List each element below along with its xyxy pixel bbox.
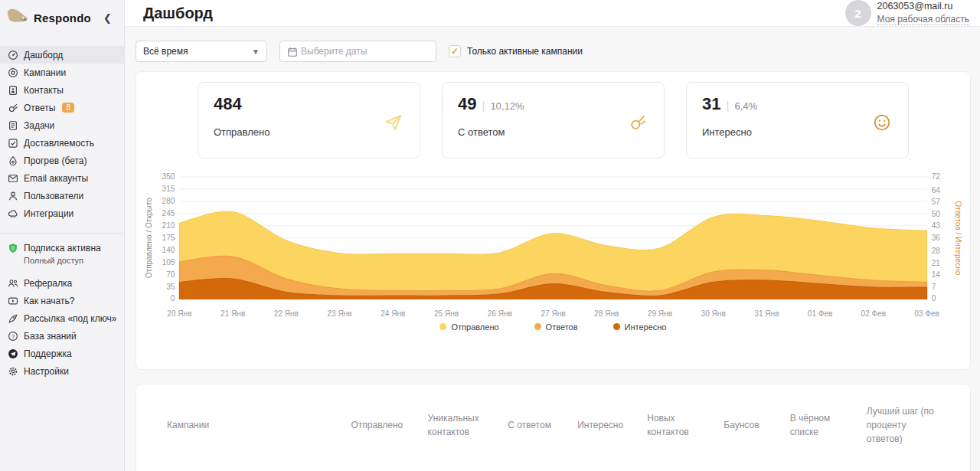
right-axis-tick: 50 [932,210,941,218]
x-axis-tick: 21 Янв [220,309,245,318]
legend-item-replies: Ответов [534,322,578,332]
sidebar-item-video[interactable]: Как начать? [0,292,124,309]
stat-card-value: 484 [214,94,242,114]
comet-icon [629,113,647,132]
stat-card-percent: 10,12% [490,100,524,112]
right-axis-tick: 14 [932,270,941,279]
active-only-label: Только активные кампании [467,46,583,57]
sidebar-item-contact-card[interactable]: Контакты [0,81,124,99]
sidebar-item-label: Задачи [24,120,54,131]
x-axis-tick: 01 Фев [808,309,833,318]
chart-legend: ОтправленоОтветовИнтересно [144,322,962,332]
question-circle-icon: ? [8,331,18,342]
sidebar-item-label: Кампании [24,67,66,78]
sidebar-item-cloud[interactable]: Интеграции [0,204,124,222]
sidebar-item-label: Настройки [24,366,69,377]
time-range-value: Всё время [143,46,188,57]
svg-text:?: ? [11,332,15,339]
check-square-icon [8,138,18,149]
sidebar-item-rocket[interactable]: Рассылка «под ключ» [0,309,124,327]
left-axis-tick: 105 [162,258,175,267]
right-axis-tick: 7 [932,283,936,291]
legend-dot-icon [439,323,446,330]
sidebar-item-label: Прогрев (бета) [24,155,87,166]
sidebar-item-user[interactable]: Пользователи [0,187,124,204]
chart: 3503152802452101751401057035072645750433… [144,169,962,332]
area-chart-svg: 3503152802452101751401057035072645750433… [144,169,962,321]
legend-dot-icon [613,323,620,330]
legend-item-interested: Интересно [613,322,667,332]
sidebar-item-people[interactable]: Рефералка [0,274,124,292]
sidebar-item-label: Контакты [24,85,64,96]
sidebar-menu: ДашбордКампанииКонтактыОтветы8ЗадачиДост… [0,46,124,222]
active-only-checkbox[interactable]: ✓ Только активные кампании [449,45,583,57]
stat-cards-row: 484Отправлено49|10,12%С ответом31|6,4%Ин… [136,82,970,159]
sidebar-collapse-button[interactable]: ❮ [99,11,116,25]
sidebar-item-envelope[interactable]: Email аккаунты [0,169,124,187]
account-block: 2 2063053@mail.ru Моя рабочая область [845,0,969,26]
stat-card-отправлено: 484Отправлено [198,82,420,159]
x-axis-tick: 26 Янв [488,309,512,318]
right-axis-tick: 0 [932,294,936,303]
right-axis-title: Ответов / Интересно [954,201,962,276]
time-range-select[interactable]: Всё время ▼ [136,41,267,62]
sidebar-item-label: Интеграции [24,208,74,219]
right-axis-tick: 21 [932,259,941,267]
table-column-header: Отправлено [351,418,417,432]
legend-dot-icon [534,323,541,330]
calendar-icon [287,47,296,56]
subscription-label: Подписка активна [24,243,101,253]
stat-card-с-ответом: 49|10,12%С ответом [442,82,665,159]
filter-bar: Всё время ▼ Выберите даты ✓ Только актив… [136,41,971,62]
x-axis-tick: 22 Янв [274,309,299,318]
content: Всё время ▼ Выберите даты ✓ Только актив… [125,27,980,471]
sidebar-item-target[interactable]: Кампании [0,64,124,81]
stat-card-label: Интересно [702,126,893,138]
sidebar: Respondo ❮ ДашбордКампанииКонтактыОтветы… [0,0,125,471]
stat-card-value: 31 [702,94,720,114]
drop-icon [8,155,18,166]
sidebar-item-check-square[interactable]: Доставляемость [0,134,124,152]
table-column-header: Уникальных контактов [428,411,498,439]
sidebar-secondary-menu: РефералкаКак начать?Рассылка «под ключ»?… [0,274,124,380]
sidebar-item-drop[interactable]: Прогрев (бета) [0,152,124,169]
legend-item-sent: Отправлено [439,322,498,332]
telegram-icon [8,348,18,359]
subscription-sublabel: Полный доступ [24,256,116,265]
account-email: 2063053@mail.ru [877,1,969,11]
gauge-icon [8,50,18,61]
table-column-header: Лучший шаг (по проценту ответов) [867,404,939,446]
sidebar-item-telegram[interactable]: Поддержка [0,345,124,362]
stat-card-label: Отправлено [214,126,404,138]
x-axis-tick: 28 Янв [594,309,619,318]
people-icon [8,278,18,289]
stat-card-value: 49 [458,94,476,114]
sidebar-item-question-circle[interactable]: ?База знаний [0,327,124,345]
target-icon [8,67,18,78]
right-axis-tick: 28 [932,247,941,255]
table-column-header: Новых контактов [647,411,713,439]
left-axis-tick: 350 [162,172,175,181]
video-icon [8,296,18,306]
right-axis-tick: 43 [932,221,941,230]
sidebar-item-gauge[interactable]: Дашборд [0,46,124,64]
sidebar-item-comet[interactable]: Ответы8 [0,99,124,116]
sidebar-item-gear[interactable]: Настройки [0,362,124,380]
chevron-down-icon: ▼ [252,47,260,56]
table-column-header: С ответом [508,418,567,432]
avatar[interactable]: 2 [845,0,871,26]
date-picker-input[interactable]: Выберите даты [279,41,436,62]
workspace-link[interactable]: Моя рабочая область [877,14,969,25]
cloud-icon [8,208,18,219]
sidebar-item-label: Рефералка [24,278,72,289]
topbar: Дашборд 2 2063053@mail.ru Моя рабочая об… [125,0,980,27]
left-axis-tick: 70 [166,270,175,279]
user-icon [8,191,18,201]
sidebar-item-clipboard[interactable]: Задачи [0,116,124,134]
x-axis-tick: 31 Янв [754,309,779,318]
gear-icon [8,366,18,377]
contact-card-icon [8,85,18,96]
right-axis-tick: 57 [932,198,941,206]
comet-icon [8,103,18,113]
replies-count-badge: 8 [62,103,74,113]
